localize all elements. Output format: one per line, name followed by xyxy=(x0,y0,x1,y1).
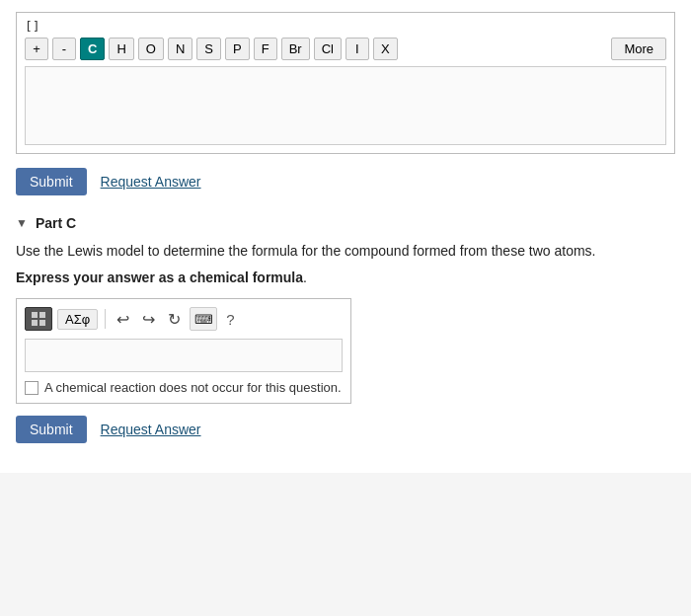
part-c-instruction: Express your answer as a chemical formul… xyxy=(16,268,675,288)
element-br-button[interactable]: Br xyxy=(281,38,310,60)
element-n-button[interactable]: N xyxy=(168,38,192,60)
minus-button[interactable]: - xyxy=(52,38,76,60)
toolbar-divider xyxy=(105,309,106,329)
chevron-down-icon[interactable]: ▼ xyxy=(16,216,28,230)
svg-rect-2 xyxy=(32,320,38,326)
request-answer-link-b[interactable]: Request Answer xyxy=(101,174,201,190)
drawing-canvas[interactable] xyxy=(25,66,666,145)
no-reaction-checkbox[interactable] xyxy=(25,381,38,395)
submit-button-c[interactable]: Submit xyxy=(16,416,87,443)
undo-button[interactable]: ↩ xyxy=(113,308,133,331)
request-answer-link-c[interactable]: Request Answer xyxy=(101,422,201,437)
submit-row-b: Submit Request Answer xyxy=(16,168,675,195)
redo-button[interactable]: ↪ xyxy=(138,308,159,331)
element-h-button[interactable]: H xyxy=(109,38,133,60)
element-cl-button[interactable]: Cl xyxy=(314,38,342,60)
more-button[interactable]: More xyxy=(611,38,666,60)
keyboard-icon[interactable]: ⌨ xyxy=(190,307,217,331)
element-c-button[interactable]: C xyxy=(80,38,105,60)
formula-input[interactable] xyxy=(25,339,343,372)
part-b-area: [] + - C H O N S P F Br Cl I X More xyxy=(16,12,675,154)
submit-button-b[interactable]: Submit xyxy=(16,168,87,195)
element-x-button[interactable]: X xyxy=(373,38,398,60)
part-c-section: ▼ Part C Use the Lewis model to determin… xyxy=(16,215,675,443)
part-c-title: Part C xyxy=(36,215,76,231)
part-c-header: ▼ Part C xyxy=(16,215,675,231)
element-p-button[interactable]: P xyxy=(225,38,250,60)
svg-rect-1 xyxy=(39,312,45,318)
element-f-button[interactable]: F xyxy=(254,38,277,60)
submit-row-c: Submit Request Answer xyxy=(16,416,675,443)
page-wrapper: [] + - C H O N S P F Br Cl I X More Subm… xyxy=(0,0,691,473)
help-button[interactable]: ? xyxy=(222,309,238,330)
greek-symbols-button[interactable]: ΑΣφ xyxy=(57,309,98,330)
plus-button[interactable]: + xyxy=(25,38,48,60)
element-s-button[interactable]: S xyxy=(196,38,221,60)
answer-toolbar: ΑΣφ ↩ ↪ ↻ ⌨ ? xyxy=(25,307,343,331)
element-o-button[interactable]: O xyxy=(138,38,164,60)
toolbar-row: + - C H O N S P F Br Cl I X More xyxy=(25,38,666,60)
element-i-button[interactable]: I xyxy=(346,38,369,60)
part-c-description: Use the Lewis model to determine the for… xyxy=(16,241,675,262)
answer-box: ΑΣφ ↩ ↪ ↻ ⌨ ? A chemical reaction does n… xyxy=(16,298,351,404)
svg-rect-3 xyxy=(39,320,45,326)
no-reaction-row: A chemical reaction does not occur for t… xyxy=(25,380,343,395)
bracket-label: [] xyxy=(25,19,666,34)
refresh-button[interactable]: ↻ xyxy=(164,308,185,331)
svg-rect-0 xyxy=(32,312,38,318)
no-reaction-label: A chemical reaction does not occur for t… xyxy=(44,380,342,395)
matrix-icon[interactable] xyxy=(25,307,52,331)
